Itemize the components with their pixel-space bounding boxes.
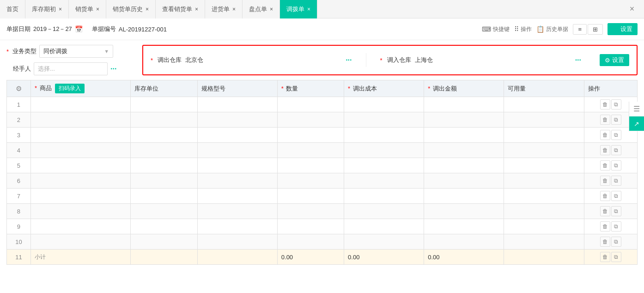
avail-cell[interactable] <box>504 97 584 112</box>
product-cell[interactable] <box>30 97 130 112</box>
unit-cell[interactable] <box>131 112 197 128</box>
tab-count-close[interactable]: × <box>270 6 273 12</box>
operation-button[interactable]: ⠿ 操作 <box>514 25 532 33</box>
tab-purchase-close[interactable]: × <box>232 6 236 12</box>
tab-sales-history-close[interactable]: × <box>146 6 149 12</box>
avail-cell[interactable] <box>504 143 584 158</box>
avail-cell[interactable] <box>504 189 584 204</box>
product-cell[interactable] <box>30 219 130 234</box>
copy-row-button[interactable]: ⧉ <box>611 221 621 232</box>
amount-cell[interactable] <box>424 97 504 112</box>
amount-cell[interactable] <box>424 158 504 173</box>
spec-cell[interactable] <box>197 250 277 265</box>
amount-cell[interactable] <box>424 143 504 158</box>
tab-count[interactable]: 盘点单 × <box>243 0 280 18</box>
avail-cell[interactable] <box>504 204 584 219</box>
tab-transfer-close[interactable]: × <box>307 6 310 12</box>
history-button[interactable]: 📋 历史单据 <box>536 25 568 33</box>
calendar-icon[interactable]: 📅 <box>75 25 83 33</box>
copy-row-button[interactable]: ⧉ <box>611 145 621 155</box>
tab-transfer[interactable]: 调拨单 × <box>280 0 317 18</box>
table-settings-icon[interactable]: ⚙ <box>16 85 22 92</box>
copy-row-button[interactable]: ⧉ <box>611 115 621 125</box>
amount-cell[interactable] <box>424 189 504 204</box>
delete-row-button[interactable]: 🗑 <box>600 176 610 186</box>
cost-cell[interactable] <box>344 219 424 234</box>
cost-cell[interactable] <box>344 128 424 143</box>
side-export-button[interactable]: ↗ <box>629 116 644 131</box>
amount-cell[interactable] <box>424 173 504 189</box>
tab-view-sales-close[interactable]: × <box>195 6 198 12</box>
copy-row-button[interactable]: ⧉ <box>611 237 621 247</box>
spec-cell[interactable] <box>197 143 277 158</box>
spec-cell[interactable] <box>197 234 277 250</box>
settings-button[interactable]: ≡ <box>573 24 587 35</box>
biz-type-input[interactable]: 同价调拨 ▼ <box>39 45 113 58</box>
cost-cell[interactable] <box>344 97 424 112</box>
qty-cell[interactable] <box>277 97 344 112</box>
qty-cell[interactable] <box>277 173 344 189</box>
product-cell[interactable] <box>30 173 130 189</box>
side-list-button[interactable]: ☰ <box>629 102 644 116</box>
delete-row-button[interactable]: 🗑 <box>600 221 610 232</box>
spec-cell[interactable] <box>197 112 277 128</box>
tab-sales-history[interactable]: 销货单历史 × <box>106 0 156 18</box>
delete-row-button[interactable]: 🗑 <box>600 99 610 110</box>
avail-cell[interactable] <box>504 128 584 143</box>
copy-row-button[interactable]: ⧉ <box>611 206 621 216</box>
cost-cell[interactable] <box>344 112 424 128</box>
copy-row-button[interactable]: ⧉ <box>611 99 621 110</box>
cost-cell[interactable] <box>344 158 424 173</box>
unit-cell[interactable] <box>131 219 197 234</box>
avail-cell[interactable] <box>504 112 584 128</box>
delete-row-button[interactable]: 🗑 <box>600 237 610 247</box>
product-cell[interactable] <box>30 158 130 173</box>
unit-cell[interactable] <box>131 128 197 143</box>
qty-cell[interactable] <box>277 219 344 234</box>
qty-cell[interactable] <box>277 234 344 250</box>
handler-input[interactable]: 选择... <box>34 62 108 75</box>
product-cell[interactable] <box>30 189 130 204</box>
unit-cell[interactable] <box>131 250 197 265</box>
spec-cell[interactable] <box>197 173 277 189</box>
delete-row-button[interactable]: 🗑 <box>600 130 610 140</box>
product-cell[interactable] <box>30 143 130 158</box>
cost-cell[interactable] <box>344 189 424 204</box>
qty-cell[interactable] <box>277 189 344 204</box>
qty-cell[interactable] <box>277 143 344 158</box>
copy-row-button[interactable]: ⧉ <box>611 130 621 140</box>
qty-cell[interactable] <box>277 128 344 143</box>
tab-sales-order[interactable]: 销货单 × <box>69 0 106 18</box>
product-cell[interactable] <box>30 112 130 128</box>
product-cell[interactable]: 小计 <box>30 250 130 265</box>
delete-row-button[interactable]: 🗑 <box>600 160 610 171</box>
tab-home[interactable]: 首页 <box>0 0 25 18</box>
avail-cell[interactable] <box>504 219 584 234</box>
avail-cell[interactable] <box>504 158 584 173</box>
copy-row-button[interactable]: ⧉ <box>611 252 621 262</box>
close-window-button[interactable]: × <box>625 2 639 17</box>
tab-view-sales[interactable]: 查看销货单 × <box>156 0 205 18</box>
delete-row-button[interactable]: 🗑 <box>600 252 610 262</box>
spec-cell[interactable] <box>197 158 277 173</box>
unit-cell[interactable] <box>131 204 197 219</box>
amount-cell[interactable] <box>424 219 504 234</box>
avail-cell[interactable] <box>504 250 584 265</box>
delete-row-button[interactable]: 🗑 <box>600 191 610 201</box>
avail-cell[interactable] <box>504 234 584 250</box>
tab-inventory-init-close[interactable]: × <box>59 6 62 12</box>
cost-cell[interactable] <box>344 143 424 158</box>
wh-settings-button[interactable]: ⚙ 设置 <box>600 54 629 66</box>
tab-sales-order-close[interactable]: × <box>96 6 99 12</box>
handler-more-button[interactable]: ··· <box>110 65 116 73</box>
qty-cell[interactable] <box>277 112 344 128</box>
unit-cell[interactable] <box>131 173 197 189</box>
cost-cell[interactable] <box>344 173 424 189</box>
copy-row-button[interactable]: ⧉ <box>611 176 621 186</box>
tab-purchase[interactable]: 进货单 × <box>205 0 243 18</box>
spec-cell[interactable] <box>197 204 277 219</box>
cost-cell[interactable] <box>344 234 424 250</box>
unit-cell[interactable] <box>131 189 197 204</box>
grid-view-button[interactable]: ⊞ <box>588 24 603 35</box>
product-cell[interactable] <box>30 234 130 250</box>
